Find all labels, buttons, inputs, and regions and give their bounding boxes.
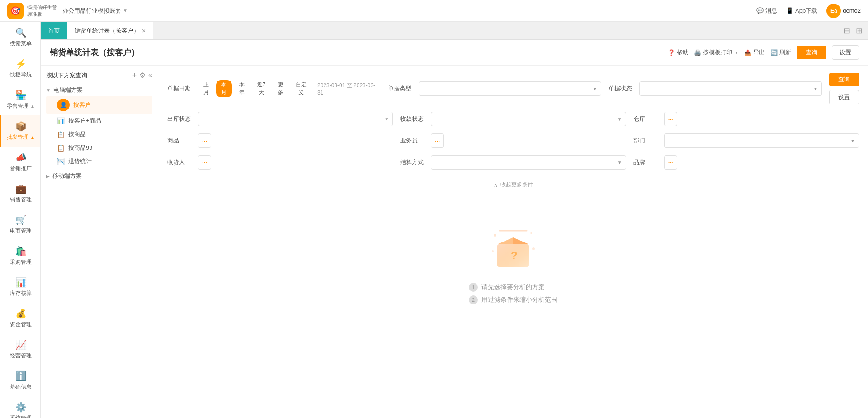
sidebar-item-quick-nav[interactable]: ⚡ 快捷导航 <box>0 53 40 84</box>
scheme-item-label: 按商品99 <box>68 144 92 152</box>
basic-icon: ℹ️ <box>15 370 27 381</box>
sidebar-item-wholesale[interactable]: 📦 批发管理 ▲ <box>0 115 40 147</box>
filter-actions: 查询 设置 <box>829 73 859 104</box>
settings-button[interactable]: 设置 <box>832 45 859 60</box>
step-num-2: 2 <box>469 295 478 304</box>
tab-home[interactable]: 首页 <box>41 22 67 39</box>
filter-row-4: 收货人 ··· 结算方式 ▼ <box>167 155 859 170</box>
scheme-item-by-product[interactable]: 📋 按商品 <box>46 128 152 141</box>
chevron-down-icon: ▼ <box>123 8 127 13</box>
company-selector[interactable]: 办公用品行业模拟账套 ▼ <box>62 7 127 15</box>
scheme-item-label: 按客户+商品 <box>68 117 101 125</box>
brand-input[interactable]: ··· <box>664 155 677 170</box>
date-btn-more[interactable]: 更多 <box>273 80 289 97</box>
page-content: 销货单统计表（按客户） ❓ 帮助 🖨️ 按模板打印 ▼ 📤 导出 <box>41 40 868 418</box>
payment-arrow-icon: ▼ <box>618 160 622 165</box>
sidebar-item-retail[interactable]: 🏪 零售管理 ▲ <box>0 84 40 115</box>
user-profile[interactable]: Ea demo2 <box>826 4 861 18</box>
scheme-group-mobile: ▶ 移动端方案 <box>46 170 152 182</box>
export-icon: 📤 <box>744 49 751 56</box>
payment-select[interactable]: ▼ <box>431 155 626 170</box>
recipient-input[interactable]: ··· <box>198 155 211 170</box>
receipt-status-select[interactable]: ▼ <box>431 112 626 126</box>
active-scheme-indicator: 👤 <box>57 99 70 111</box>
sidebar-item-purchase[interactable]: 🛍️ 采购管理 <box>0 240 40 271</box>
sidebar-item-finance[interactable]: 💰 资金管理 <box>0 303 40 334</box>
scheme-item-by-product99[interactable]: 📋 按商品99 <box>46 141 152 155</box>
add-scheme-button[interactable]: + <box>132 71 137 80</box>
doc-type-select[interactable]: ▼ <box>419 81 601 96</box>
product-icon: 📋 <box>57 131 65 138</box>
warehouse-filter-item: 仓库 ··· <box>633 112 859 126</box>
receipt-status-label: 收款状态 <box>400 115 427 123</box>
quick-nav-icon: ⚡ <box>15 58 27 69</box>
sidebar-item-basic[interactable]: ℹ️ 基础信息 <box>0 365 40 396</box>
scheme-item-return-stats[interactable]: 📉 退货统计 <box>46 155 152 168</box>
warehouse-input[interactable]: ··· <box>664 112 677 126</box>
header-right: 💬 消息 📱 App下载 Ea demo2 <box>756 4 861 18</box>
sidebar-item-operations[interactable]: 📈 经营管理 <box>0 334 40 365</box>
date-btn-this-year[interactable]: 本年 <box>234 80 250 97</box>
product-label: 商品 <box>167 137 194 145</box>
date-btn-this-month[interactable]: 本月 <box>216 80 232 97</box>
query-button[interactable]: 查询 <box>797 46 826 59</box>
tab-sales-stats[interactable]: 销货单统计表（按客户） × <box>67 22 153 39</box>
scheme-panel-title: 按以下方案查询 <box>46 71 87 80</box>
date-btn-custom[interactable]: 自定义 <box>291 80 312 97</box>
collapse-scheme-icon[interactable]: « <box>148 71 152 80</box>
svg-text:?: ? <box>511 249 518 261</box>
message-action[interactable]: 💬 消息 <box>756 7 777 15</box>
product-input[interactable]: ··· <box>198 133 211 148</box>
page-header: 销货单统计表（按客户） ❓ 帮助 🖨️ 按模板打印 ▼ 📤 导出 <box>41 40 868 66</box>
date-label: 单据日期 <box>167 85 194 93</box>
filter-panel: 单据日期 上月 本月 本年 近7天 更多 自定义 2023-03-01 至 20… <box>158 66 868 418</box>
brand-filter-item: 品牌 ··· <box>633 155 859 170</box>
sales-icon: 💼 <box>15 183 27 194</box>
help-button[interactable]: ❓ 帮助 <box>668 48 689 57</box>
dept-select[interactable]: ▼ <box>664 133 859 148</box>
out-status-select[interactable]: ▼ <box>198 112 393 126</box>
sidebar-item-system[interactable]: ⚙️ 系统管理 <box>0 396 40 418</box>
sidebar-item-inventory[interactable]: 📊 库存核算 <box>0 271 40 303</box>
svg-point-5 <box>494 234 496 237</box>
refresh-button[interactable]: 🔄 刷新 <box>770 48 791 57</box>
tab-close-icon[interactable]: × <box>142 28 146 34</box>
sidebar-item-ecommerce[interactable]: 🛒 电商管理 <box>0 209 40 240</box>
scheme-item-label: 按客户 <box>73 101 91 109</box>
date-btn-last-month[interactable]: 上月 <box>198 80 214 97</box>
collapse-button[interactable]: ∧ 收起更多条件 <box>167 177 859 192</box>
system-icon: ⚙️ <box>15 402 27 413</box>
scheme-item-by-customer[interactable]: 👤 按客户 <box>46 96 152 114</box>
scheme-item-label: 退货统计 <box>68 157 92 166</box>
salesman-input[interactable]: ··· <box>431 133 444 148</box>
tab-bar-right: ⊟ ⊞ <box>842 24 868 38</box>
customer-scheme-icon: 👤 <box>60 102 67 108</box>
receipt-status-arrow-icon: ▼ <box>618 117 622 122</box>
recipient-filter-item: 收货人 ··· <box>167 155 393 170</box>
query-main-button[interactable]: 查询 <box>829 73 859 86</box>
out-status-label: 出库状态 <box>167 115 194 123</box>
date-filter-row: 单据日期 上月 本月 本年 近7天 更多 自定义 2023-03-01 至 20… <box>167 73 859 104</box>
scheme-item-by-customer-product[interactable]: 📊 按客户+商品 <box>46 114 152 128</box>
message-icon: 💬 <box>756 7 764 14</box>
settings-scheme-icon[interactable]: ⚙ <box>139 71 146 80</box>
scheme-group-pc-header[interactable]: ▼ 电脑端方案 <box>46 84 152 96</box>
scheme-group-mobile-label: 移动端方案 <box>52 172 82 180</box>
scheme-group-mobile-header[interactable]: ▶ 移动端方案 <box>46 170 152 182</box>
export-button[interactable]: 📤 导出 <box>744 48 765 57</box>
doc-status-select[interactable]: ▼ <box>639 81 822 96</box>
sidebar-item-search[interactable]: 🔍 搜索菜单 <box>0 22 40 53</box>
tab-maximize-icon[interactable]: ⊞ <box>854 24 864 38</box>
tab-minimize-icon[interactable]: ⊟ <box>842 24 852 38</box>
sidebar-item-sales[interactable]: 💼 销售管理 <box>0 178 40 209</box>
date-btn-last7[interactable]: 近7天 <box>252 80 271 97</box>
salesman-filter-item: 业务员 ··· <box>400 133 626 148</box>
collapse-icon: ∧ <box>494 182 498 188</box>
app-download-action[interactable]: 📱 App下载 <box>786 7 817 15</box>
sidebar-item-marketing[interactable]: 📣 营销推广 <box>0 147 40 178</box>
inner-layout: 按以下方案查询 + ⚙ « ▼ 电脑端方案 <box>41 66 868 418</box>
doc-type-filter-item: 单据类型 ▼ <box>388 81 601 96</box>
settings-main-button[interactable]: 设置 <box>829 90 859 104</box>
template-print-button[interactable]: 🖨️ 按模板打印 ▼ <box>694 48 739 57</box>
warehouse-label: 仓库 <box>633 115 660 123</box>
